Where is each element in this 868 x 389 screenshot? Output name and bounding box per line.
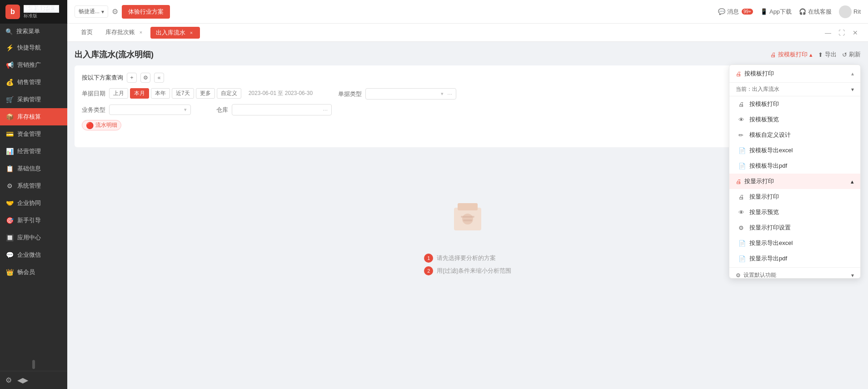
- date-btn-more[interactable]: 更多: [196, 88, 215, 99]
- sidebar-item-quick-nav[interactable]: ⚡ 快捷导航: [0, 39, 67, 56]
- dropdown-item-display-pdf[interactable]: 📄 按显示导出pdf: [729, 251, 860, 266]
- dropdown-divider: [729, 267, 860, 268]
- sidebar-item-inventory[interactable]: 📦 库存核算: [0, 108, 67, 125]
- app-logo-text: 畅捷通好生意 标准版: [24, 5, 59, 19]
- sidebar-item-system[interactable]: ⚙ 系统管理: [0, 177, 67, 194]
- filter-add-button[interactable]: +: [127, 73, 137, 83]
- settings-icon[interactable]: ⚙: [5, 376, 12, 384]
- print-template-button[interactable]: 🖨 按模板打印 ▴: [770, 50, 813, 59]
- export-icon: ⬆: [818, 51, 823, 58]
- dropdown-collapse-button[interactable]: ▴: [851, 70, 854, 77]
- dropdown-item-template-preview[interactable]: 👁 按模板预览: [729, 112, 860, 127]
- dropdown-current: 当前：出入库流水 ▾: [729, 83, 860, 96]
- user-avatar: [839, 5, 852, 18]
- online-service-button[interactable]: 🎧 在线客服: [799, 8, 832, 16]
- dropdown-item-template-print[interactable]: 🖨 按模板打印: [729, 96, 860, 112]
- tab-minimize-button[interactable]: —: [823, 27, 833, 38]
- dropdown-item-template-pdf[interactable]: 📄 按模板导出pdf: [729, 158, 860, 174]
- sidebar-item-cooperation[interactable]: 🤝 企业协同: [0, 194, 67, 212]
- sidebar-item-marketing[interactable]: 📢 营销推广: [0, 56, 67, 74]
- user-selector-arrow-icon: ▾: [101, 9, 104, 15]
- svg-rect-4: [463, 219, 472, 221]
- sidebar-item-app-center[interactable]: 🔲 应用中心: [0, 229, 67, 246]
- dropdown-item-template-excel[interactable]: 📄 按模板导出excel: [729, 143, 860, 158]
- empty-hint-1: 1 请先选择要分析的方案: [424, 254, 511, 263]
- dropdown-display-section[interactable]: 🖨 按显示打印 ▴: [729, 174, 860, 189]
- business-type-select[interactable]: ▾: [109, 105, 191, 115]
- svg-rect-1: [458, 203, 478, 210]
- sidebar-footer: ⚙ ◀▶: [0, 371, 67, 389]
- dropdown-item-display-settings[interactable]: ⚙ 按显示打印设置: [729, 220, 860, 235]
- sidebar-scroll-indicator: [0, 358, 67, 371]
- dropdown-default-settings[interactable]: ⚙ 设置默认功能 ▾: [729, 269, 860, 278]
- sidebar-item-guide[interactable]: 🎯 新手引导: [0, 212, 67, 229]
- refresh-button[interactable]: ↺ 刷新: [842, 50, 861, 59]
- date-btn-7days[interactable]: 近7天: [172, 88, 194, 99]
- filter-tag-shuimingxi[interactable]: 🔴 流水明细: [82, 120, 121, 130]
- tab-close-button[interactable]: ✕: [850, 27, 861, 38]
- business-type-filter-item: 业务类型 ▾: [82, 105, 191, 115]
- cooperation-icon: 🤝: [5, 199, 14, 207]
- dropdown-header: 🖨 按模板打印 ▴: [729, 65, 860, 83]
- tab-inventory-batch[interactable]: 库存批次账 ×: [99, 25, 150, 41]
- warehouse-select[interactable]: ···: [232, 104, 332, 115]
- app-center-icon: 🔲: [5, 234, 14, 242]
- print-template-arrow: ▴: [809, 51, 813, 58]
- display-settings-icon: ⚙: [738, 224, 746, 231]
- filter-collapse-button[interactable]: «: [154, 73, 164, 83]
- app-download-icon: 📱: [760, 8, 768, 15]
- svg-point-2: [462, 214, 473, 224]
- sidebar-search[interactable]: 🔍 搜索菜单: [0, 24, 67, 39]
- display-print-section-icon: 🖨: [736, 178, 742, 185]
- display-print-icon: 🖨: [738, 194, 746, 200]
- refresh-icon: ↺: [842, 51, 847, 58]
- message-icon: 💬: [718, 8, 725, 15]
- export-button[interactable]: ⬆ 导出: [818, 50, 837, 59]
- date-filter-item: 单据日期 上月 本月 本年 近7天 更多 自定义 2023-06-01 至 20…: [82, 88, 313, 99]
- sidebar: b 畅捷通好生意 标准版 🔍 搜索菜单 ⚡ 快捷导航 📢 营销推广 💰 销售管理…: [0, 0, 67, 389]
- empty-illustration: [445, 194, 490, 248]
- sidebar-item-enterprise-wx[interactable]: 💬 企业微信: [0, 246, 67, 264]
- dropdown-item-template-design[interactable]: ✏ 模板自定义设计: [729, 127, 860, 143]
- svg-rect-3: [461, 216, 474, 218]
- doc-type-select[interactable]: ▾ ···: [365, 88, 456, 100]
- dropdown-item-display-preview[interactable]: 👁 按显示预览: [729, 204, 860, 220]
- tab-home[interactable]: 首页: [75, 25, 99, 41]
- tab-inventory-batch-close[interactable]: ×: [138, 29, 144, 35]
- operations-icon: 📊: [5, 147, 14, 155]
- dropdown-item-display-print[interactable]: 🖨 按显示打印: [729, 189, 860, 204]
- search-icon: 🔍: [5, 28, 13, 35]
- topbar-left: 畅捷通... ▾ ⚙ 体验行业方案: [75, 5, 170, 19]
- topbar-right: 💬 消息 99+ 📱 App下载 🎧 在线客服 Rit: [718, 5, 861, 18]
- warehouse-more-icon: ···: [323, 106, 328, 113]
- sidebar-item-sales[interactable]: 💰 销售管理: [0, 74, 67, 91]
- sidebar-item-operations[interactable]: 📊 经营管理: [0, 143, 67, 160]
- industry-plan-button[interactable]: 体验行业方案: [122, 5, 170, 19]
- basic-info-icon: 📋: [5, 165, 14, 173]
- topbar-gear-icon[interactable]: ⚙: [112, 7, 118, 16]
- dropdown-item-display-excel[interactable]: 📄 按显示导出excel: [729, 235, 860, 251]
- message-button[interactable]: 💬 消息 99+: [718, 8, 753, 16]
- date-btn-last-month[interactable]: 上月: [109, 88, 128, 99]
- date-btn-custom[interactable]: 自定义: [217, 88, 241, 99]
- dropdown-print-icon: 🖨: [736, 70, 742, 77]
- purchase-icon: 🛒: [5, 95, 14, 104]
- sidebar-item-finance[interactable]: 💳 资金管理: [0, 125, 67, 143]
- tab-maximize-button[interactable]: ⛶: [836, 27, 847, 38]
- user-selector[interactable]: 畅捷通... ▾: [75, 5, 108, 18]
- date-btn-this-month[interactable]: 本月: [130, 88, 149, 99]
- tab-inventory-flow-close[interactable]: ×: [188, 30, 195, 36]
- default-settings-icon: ⚙: [736, 272, 741, 279]
- filter-settings-button[interactable]: ⚙: [140, 73, 150, 83]
- app-download-button[interactable]: 📱 App下载: [760, 8, 792, 16]
- more-options-icon: ···: [447, 90, 452, 97]
- sidebar-nav: ⚡ 快捷导航 📢 营销推广 💰 销售管理 🛒 采购管理 📦 库存核算 💳 资金管…: [0, 39, 67, 358]
- tab-inventory-flow[interactable]: 出入库流水 ×: [150, 27, 200, 39]
- display-pdf-icon: 📄: [738, 255, 746, 262]
- user-profile[interactable]: Rit: [839, 5, 861, 18]
- sidebar-item-member[interactable]: 👑 畅会员: [0, 264, 67, 281]
- sidebar-item-basic-info[interactable]: 📋 基础信息: [0, 160, 67, 177]
- collapse-sidebar-icon[interactable]: ◀▶: [17, 376, 28, 384]
- date-btn-this-year[interactable]: 本年: [151, 88, 170, 99]
- sidebar-item-purchase[interactable]: 🛒 采购管理: [0, 91, 67, 108]
